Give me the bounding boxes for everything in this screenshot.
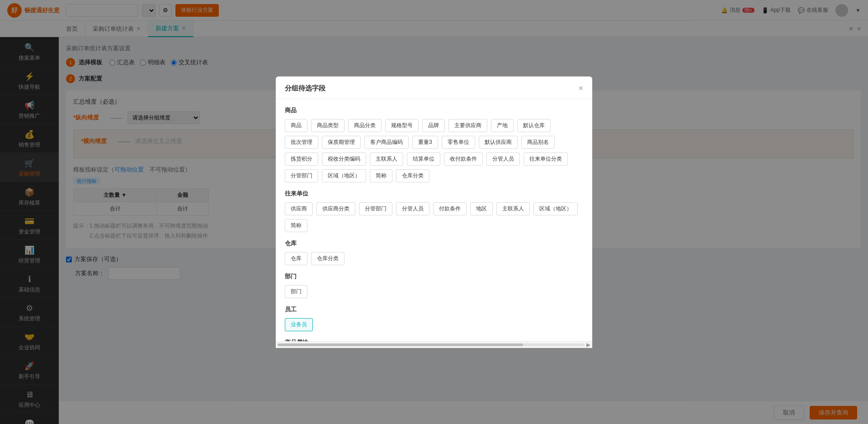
field-tag-tax-code[interactable]: 税收分类编码 <box>322 152 366 166</box>
modal-scrollbar-track <box>278 343 585 346</box>
field-tag-short-name[interactable]: 简称 <box>370 169 392 182</box>
field-tag-main-contact-partner[interactable]: 主联系人 <box>496 202 530 215</box>
field-tag-warehouse-category[interactable]: 仓库分类 <box>396 169 429 182</box>
field-tags-dept: 部门 <box>285 285 583 298</box>
field-group-dept: 部门 部门 <box>285 272 583 298</box>
field-tag-product[interactable]: 商品 <box>285 119 307 132</box>
field-tag-payment-terms[interactable]: 收付款条件 <box>444 152 483 166</box>
field-tag-customer-code[interactable]: 客户商品编码 <box>364 136 409 149</box>
field-group-warehouse: 仓库 仓库 仓库分类 <box>285 239 583 265</box>
field-group-product-title: 商品 <box>285 106 583 114</box>
field-tag-pick-points[interactable]: 拣货积分 <box>285 152 318 166</box>
field-tag-product-category[interactable]: 商品分类 <box>348 119 382 132</box>
field-tag-supplier[interactable]: 供应商 <box>285 202 313 215</box>
modal-scrollbar-area: ▶ <box>276 341 592 348</box>
field-tag-partner-category[interactable]: 往来单位分类 <box>524 152 568 166</box>
field-tags-warehouse: 仓库 仓库分类 <box>285 252 583 265</box>
field-tag-salesperson[interactable]: 业务员 <box>285 318 313 331</box>
field-tag-short-name-partner[interactable]: 简称 <box>285 219 307 232</box>
scrollbar-right-arrow[interactable]: ▶ <box>586 342 590 348</box>
field-tag-supervisor-person[interactable]: 分管人员 <box>396 202 429 215</box>
field-tag-shelf-life[interactable]: 保质期管理 <box>322 136 361 149</box>
field-tag-default-supplier[interactable]: 默认供应商 <box>479 136 518 149</box>
field-tag-warehouse[interactable]: 仓库 <box>285 252 307 265</box>
field-tag-weight3[interactable]: 重量3 <box>412 136 438 149</box>
field-group-partner-title: 往来单位 <box>285 190 583 198</box>
field-tag-supplier-category[interactable]: 供应商分类 <box>316 202 355 215</box>
field-tag-product-alias[interactable]: 商品别名 <box>521 136 555 149</box>
modal-scrollbar-thumb[interactable] <box>278 343 523 346</box>
field-tag-retail-unit[interactable]: 零售单位 <box>442 136 475 149</box>
field-tag-payment-cond[interactable]: 付款条件 <box>433 202 467 215</box>
field-group-product: 商品 商品 商品类型 商品分类 规格型号 品牌 主要供应商 产地 默认仓库 批次… <box>285 106 583 182</box>
field-tag-region[interactable]: 区域（地区） <box>322 169 366 182</box>
field-tags-employee: 业务员 <box>285 318 583 331</box>
field-tag-product-type[interactable]: 商品类型 <box>311 119 344 132</box>
field-tag-warehouse-cat[interactable]: 仓库分类 <box>311 252 344 265</box>
field-tag-brand[interactable]: 品牌 <box>422 119 445 132</box>
field-group-partner: 往来单位 供应商 供应商分类 分管部门 分管人员 付款条件 地区 主联系人 区域… <box>285 190 583 232</box>
field-tags-partner: 供应商 供应商分类 分管部门 分管人员 付款条件 地区 主联系人 区域（地区） … <box>285 202 583 232</box>
field-tag-region-partner[interactable]: 区域（地区） <box>533 202 578 215</box>
modal-overlay: 分组待选字段 × 商品 商品 商品类型 商品分类 规格型号 品牌 主要供应商 产… <box>0 0 868 424</box>
field-tag-supervisor[interactable]: 分管人员 <box>486 152 520 166</box>
field-tag-spec-model[interactable]: 规格型号 <box>385 119 419 132</box>
field-tag-default-warehouse[interactable]: 默认仓库 <box>517 119 551 132</box>
field-tag-main-supplier[interactable]: 主要供应商 <box>448 119 487 132</box>
modal-close-button[interactable]: × <box>578 84 583 93</box>
field-group-warehouse-title: 仓库 <box>285 239 583 248</box>
field-group-employee-title: 员工 <box>285 305 583 314</box>
field-selection-modal: 分组待选字段 × 商品 商品 商品类型 商品分类 规格型号 品牌 主要供应商 产… <box>276 76 592 348</box>
modal-body: 商品 商品 商品类型 商品分类 规格型号 品牌 主要供应商 产地 默认仓库 批次… <box>276 99 592 341</box>
modal-title: 分组待选字段 <box>285 84 326 93</box>
field-tag-batch-mgmt[interactable]: 批次管理 <box>285 136 318 149</box>
field-tag-area[interactable]: 地区 <box>470 202 493 215</box>
field-group-employee: 员工 业务员 <box>285 305 583 331</box>
field-tags-product: 商品 商品类型 商品分类 规格型号 品牌 主要供应商 产地 默认仓库 批次管理 … <box>285 119 583 182</box>
field-tag-supervisor-dept[interactable]: 分管部门 <box>359 202 392 215</box>
modal-header: 分组待选字段 × <box>276 76 592 99</box>
field-tag-department[interactable]: 部门 <box>285 285 307 298</box>
field-tag-settlement-unit[interactable]: 结算单位 <box>407 152 440 166</box>
field-group-dept-title: 部门 <box>285 272 583 281</box>
field-tag-dept[interactable]: 分管部门 <box>285 169 318 182</box>
field-tag-origin[interactable]: 产地 <box>491 119 514 132</box>
field-tag-main-contact[interactable]: 主联系人 <box>370 152 403 166</box>
